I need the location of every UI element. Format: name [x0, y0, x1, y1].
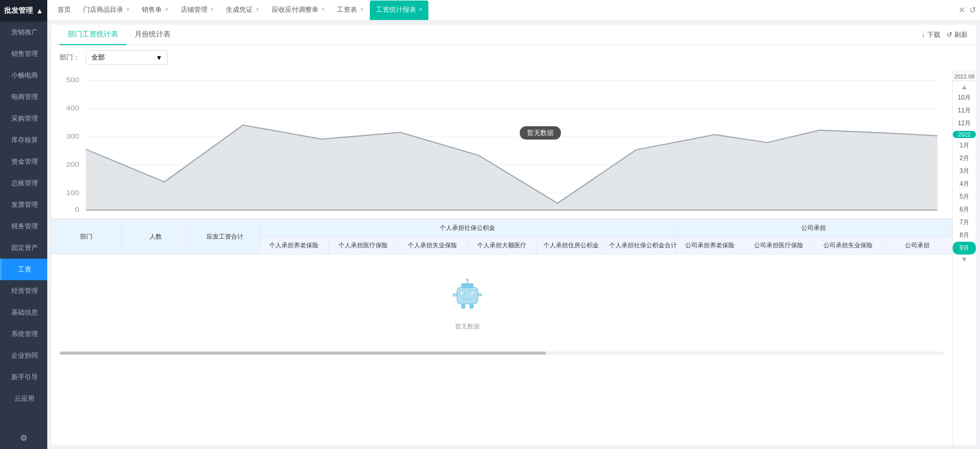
- tab-销售单[interactable]: 销售单×: [136, 1, 174, 20]
- sidebar-header[interactable]: 批发管理 ▲: [0, 0, 47, 22]
- month-nav-up[interactable]: ▲: [960, 82, 969, 91]
- svg-rect-21: [453, 294, 457, 296]
- month-item-3月[interactable]: 3月: [953, 165, 976, 178]
- svg-rect-24: [469, 304, 474, 309]
- table-empty-row: 暂无数据: [52, 255, 952, 352]
- chart-container: 500 400 300 200 100 0: [51, 70, 952, 219]
- tab-应收应付调整单[interactable]: 应收应付调整单×: [266, 1, 331, 20]
- sidebar-footer[interactable]: ⚙: [0, 427, 47, 449]
- col-personal-big-medical: 个人承担大额医疗: [467, 237, 537, 255]
- download-label: 下载: [927, 30, 940, 40]
- month-item-7月[interactable]: 7月: [953, 216, 976, 229]
- tab-close-icon[interactable]: ×: [360, 7, 363, 12]
- tab-店铺管理[interactable]: 店铺管理×: [175, 1, 220, 20]
- tab-首页[interactable]: 首页: [51, 1, 77, 20]
- tab-close-icon[interactable]: ×: [256, 7, 259, 12]
- svg-point-20: [472, 293, 474, 295]
- tab-close-icon[interactable]: ×: [126, 7, 129, 12]
- close-all-icon[interactable]: ✕: [958, 5, 965, 15]
- content-body: 500 400 300 200 100 0: [51, 70, 976, 445]
- sidebar-item-新手引导[interactable]: 新手引导: [0, 366, 47, 388]
- month-item-9月[interactable]: 9月: [953, 242, 976, 255]
- sub-tab-月份统计表[interactable]: 月份统计表: [126, 25, 179, 45]
- sidebar-item-工资[interactable]: 工资: [0, 259, 47, 280]
- sidebar-item-总账管理[interactable]: 总账管理: [0, 172, 47, 194]
- tab-close-icon[interactable]: ×: [419, 7, 422, 12]
- tab-门店商品目录[interactable]: 门店商品目录×: [77, 1, 136, 20]
- col-company-medical: 公司承担医疗保险: [744, 237, 814, 255]
- refresh-icon: ↺: [947, 31, 952, 38]
- sidebar-item-固定资产[interactable]: 固定资产: [0, 237, 47, 259]
- col-company-unemployment: 公司承担失业保险: [814, 237, 883, 255]
- col-personal-unemployment: 个人承担失业保险: [398, 237, 467, 255]
- col-personal-pension: 个人承担养老保险: [259, 237, 329, 255]
- sidebar-item-发票管理[interactable]: 发票管理: [0, 194, 47, 216]
- sidebar-item-企业协同[interactable]: 企业协同: [0, 345, 47, 366]
- tab-close-icon[interactable]: ×: [211, 7, 214, 12]
- sub-tab-actions: ↓ 下载 ↺ 刷新: [922, 30, 968, 40]
- refresh-tab-icon[interactable]: ↺: [969, 5, 976, 15]
- sidebar-item-电商管理[interactable]: 电商管理: [0, 86, 47, 108]
- month-item-1月[interactable]: 1月: [953, 139, 976, 152]
- sidebar-item-资金管理[interactable]: 资金管理: [0, 151, 47, 172]
- svg-rect-22: [478, 294, 482, 296]
- month-item-12月[interactable]: 12月: [953, 117, 976, 130]
- sidebar-item-库存核算[interactable]: 库存核算: [0, 129, 47, 151]
- filter-label: 部门：: [60, 53, 80, 62]
- sub-tabs: 部门工资统计表月份统计表 ↓ 下载 ↺ 刷新: [51, 25, 976, 45]
- settings-icon: ⚙: [20, 434, 27, 442]
- tab-bar: 首页门店商品目录×销售单×店铺管理×生成凭证×应收应付调整单×工资表×工资统计报…: [47, 0, 980, 21]
- content-main: 500 400 300 200 100 0: [51, 70, 952, 445]
- month-item-6月[interactable]: 6月: [953, 203, 976, 216]
- sub-tabs-list: 部门工资统计表月份统计表: [60, 25, 179, 45]
- sidebar-item-系统管理[interactable]: 系统管理: [0, 323, 47, 345]
- sidebar-item-税务管理[interactable]: 税务管理: [0, 216, 47, 237]
- tab-label: 门店商品目录: [83, 5, 123, 14]
- sidebar-item-基础信息[interactable]: 基础信息: [0, 302, 47, 323]
- chevron-down-icon: ▼: [156, 54, 162, 62]
- month-item-11月[interactable]: 11月: [953, 104, 976, 117]
- col-company-other: 公司承担: [883, 237, 952, 255]
- col-personal-housing-fund: 个人承担住房公积金: [536, 237, 606, 255]
- horizontal-scrollbar[interactable]: [60, 352, 944, 355]
- tab-close-icon[interactable]: ×: [165, 7, 168, 12]
- department-filter[interactable]: 全部 ▼: [86, 50, 168, 65]
- svg-text:500: 500: [66, 76, 80, 84]
- scrollbar-thumb[interactable]: [60, 352, 546, 355]
- tab-生成凭证[interactable]: 生成凭证×: [220, 1, 265, 20]
- month-item-8月[interactable]: 8月: [953, 229, 976, 242]
- download-action[interactable]: ↓ 下载: [922, 30, 941, 40]
- sidebar-collapse-icon: ▲: [36, 7, 43, 15]
- svg-text:400: 400: [66, 104, 80, 112]
- tab-工资统计报表[interactable]: 工资统计报表×: [370, 1, 428, 20]
- svg-point-16: [466, 279, 468, 281]
- sidebar: 批发管理 ▲ 营销推广销售管理小畅电商电商管理采购管理库存核算资金管理总账管理发…: [0, 0, 47, 449]
- sidebar-item-经营管理[interactable]: 经营管理: [0, 280, 47, 302]
- tab-工资表[interactable]: 工资表×: [331, 1, 369, 20]
- month-item-2月[interactable]: 2月: [953, 152, 976, 165]
- table-container[interactable]: 部门 人数 应发工资合计 个人承担社保公积金 公司承担 个人承担养老保险 个人承…: [51, 219, 952, 445]
- month-item-10月[interactable]: 10月: [953, 91, 976, 104]
- sidebar-item-营销推广[interactable]: 营销推广: [0, 22, 47, 43]
- month-item-5月[interactable]: 5月: [953, 190, 976, 203]
- svg-text:300: 300: [66, 132, 80, 140]
- empty-icon: [447, 275, 488, 316]
- sub-tab-部门工资统计表[interactable]: 部门工资统计表: [60, 25, 126, 45]
- month-list: 10月11月12月20221月2月3月4月5月6月7月8月9月: [953, 91, 976, 255]
- salary-table: 部门 人数 应发工资合计 个人承担社保公积金 公司承担 个人承担养老保险 个人承…: [51, 219, 952, 352]
- tab-bar-end: ✕↺: [958, 5, 976, 15]
- svg-rect-23: [461, 304, 465, 309]
- sidebar-item-采购管理[interactable]: 采购管理: [0, 108, 47, 129]
- sidebar-item-销售管理[interactable]: 销售管理: [0, 43, 47, 65]
- year-label[interactable]: 2022.09: [952, 72, 976, 81]
- refresh-action[interactable]: ↺ 刷新: [947, 30, 968, 40]
- sidebar-item-小畅电商[interactable]: 小畅电商: [0, 65, 47, 86]
- tab-close-icon[interactable]: ×: [322, 7, 325, 12]
- sidebar-item-云应用[interactable]: 云应用: [0, 388, 47, 409]
- month-nav-down[interactable]: ▼: [960, 255, 969, 264]
- tab-label: 工资表: [337, 5, 357, 14]
- tab-label: 工资统计报表: [376, 5, 416, 14]
- col-group-company: 公司承担: [675, 220, 952, 237]
- month-item-4月[interactable]: 4月: [953, 178, 976, 190]
- tab-label: 店铺管理: [181, 5, 208, 14]
